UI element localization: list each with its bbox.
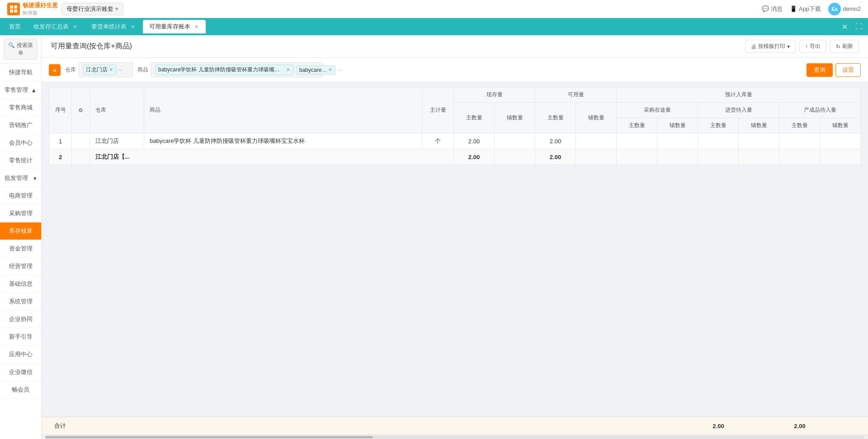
product-tag: babycare学饮杯 儿童防摔防撞吸管杯重力球吸嘴杯宝宝水杯 ✕ <box>155 65 293 75</box>
export-button[interactable]: ↑ 导出 <box>799 40 826 53</box>
subtotal-row: 2 江北门店【... 2.00 2.00 <box>49 149 861 165</box>
sidebar-item-retail-stats[interactable]: 零售统计 <box>0 152 41 170</box>
cell-product-1: babycare学饮杯 儿童防摔防撞吸管杯重力球吸嘴杯宝宝水杯 <box>144 133 422 149</box>
sidebar-item-quick-nav[interactable]: 快捷导航 <box>0 64 41 81</box>
sidebar-item-enterprise-wechat[interactable]: 企业微信 <box>0 363 41 381</box>
user-area[interactable]: Ea demo2 <box>828 3 861 15</box>
logo-area: 畅捷通好生意 标准版 <box>7 1 58 16</box>
warehouse-value-box[interactable]: 江北门店 ✕ ··· <box>79 62 133 77</box>
sidebar-item-retail-mgmt[interactable]: 零售管理 ▲ <box>0 81 41 99</box>
sidebar-item-vip-member[interactable]: 畅会员 <box>0 381 41 399</box>
cell-goods-waiting-main-1 <box>698 133 739 149</box>
cell-available-main-1: 2.00 <box>535 133 576 149</box>
gear-icon[interactable]: ⚙ <box>78 107 83 113</box>
app-download-action[interactable]: 📱 App下载 <box>790 5 821 13</box>
th-expected-in: 预计入库量 <box>617 87 861 103</box>
product-tag-2-remove[interactable]: ✕ <box>328 67 332 73</box>
svg-rect-2 <box>10 9 13 13</box>
product-label: 商品 <box>137 66 148 74</box>
cell-product-waiting-main-1 <box>779 133 820 149</box>
tab-close-receive-send[interactable]: ✕ <box>71 24 78 30</box>
settings-button[interactable]: 设置 <box>835 63 861 77</box>
subtotal-pt-aux <box>657 149 698 165</box>
th-warehouse: 仓库 <box>90 87 144 133</box>
main-layout: 🔍 搜索菜单 快捷导航 零售管理 ▲ 零售商城 营销推广 会员中心 零售统计 批… <box>0 35 868 439</box>
print-icon: 🖨 <box>751 43 756 50</box>
more-icon[interactable]: ··· <box>118 67 123 73</box>
top-bar-right: 💬 消息 📱 App下载 Ea demo2 <box>762 3 861 15</box>
table-container[interactable]: 序号 ⚙ 仓库 商品 主计量 现存量 可用量 预计入库量 主数量 辅数量 <box>42 82 868 416</box>
more-icon-2[interactable]: ··· <box>337 67 342 73</box>
sidebar-item-finance[interactable]: 资金管理 <box>0 240 41 258</box>
top-bar: 畅捷通好生意 标准版 母婴行业演示账套 ▾ 💬 消息 📱 App下载 Ea de… <box>0 0 868 18</box>
double-arrow-icon: » <box>53 66 57 74</box>
tab-close-all-icon[interactable]: ✕ <box>839 21 850 32</box>
footer-total-label: 合计 <box>49 422 71 430</box>
tab-close-order-stats[interactable]: ✕ <box>129 24 136 30</box>
th-goods-waiting: 进货待入量 <box>698 103 779 118</box>
sidebar-item-sys-mgmt[interactable]: 系统管理 <box>0 293 41 311</box>
sidebar-item-base-info[interactable]: 基础信息 <box>0 275 41 293</box>
sidebar-item-wholesale-mgmt[interactable]: 批发管理 ▾ <box>0 170 41 187</box>
bottom-scrollbar[interactable] <box>42 434 868 439</box>
subtotal-stock-main: 2.00 <box>454 149 495 165</box>
cell-warehouse-1: 江北门店 <box>90 133 144 149</box>
th-available: 可用量 <box>535 87 617 103</box>
sidebar-item-purchase[interactable]: 采购管理 <box>0 205 41 222</box>
print-button[interactable]: 🖨 按模板打印 ▾ <box>745 40 796 53</box>
subtotal-gear <box>72 149 90 165</box>
sidebar-item-member-center[interactable]: 会员中心 <box>0 134 41 152</box>
th-available-aux: 辅数量 <box>576 103 617 133</box>
cell-goods-waiting-aux-1 <box>739 133 779 149</box>
footer-stock-main: 2.00 <box>698 423 739 430</box>
avatar: Ea <box>828 3 841 15</box>
table-row: 1 江北门店 babycare学饮杯 儿童防摔防撞吸管杯重力球吸嘴杯宝宝水杯 个… <box>49 133 861 149</box>
subtotal-pt-main <box>617 149 657 165</box>
svg-rect-1 <box>14 5 17 9</box>
sidebar-item-operations[interactable]: 经营管理 <box>0 258 41 275</box>
query-button[interactable]: 查询 <box>807 63 833 77</box>
subtotal-gw-main <box>698 149 739 165</box>
tab-home[interactable]: 首页 <box>4 20 26 33</box>
th-product-waiting: 产成品待入量 <box>779 103 861 118</box>
tab-available-inventory[interactable]: 可用量库存账本 ✕ <box>143 20 206 33</box>
subtotal-gw-aux <box>739 149 779 165</box>
app-name: 畅捷通好生意 标准版 <box>23 1 58 16</box>
th-purchase-transit-aux: 辅数量 <box>657 118 698 133</box>
warehouse-label: 仓库 <box>65 66 76 74</box>
search-menu-btn[interactable]: 🔍 搜索菜单 <box>4 39 38 60</box>
cell-available-aux-1 <box>576 133 617 149</box>
sidebar-item-marketing[interactable]: 营销推广 <box>0 117 41 134</box>
sidebar-item-ecommerce[interactable]: 电商管理 <box>0 187 41 205</box>
cell-unit-1: 个 <box>422 133 454 149</box>
cell-gear-1[interactable] <box>72 133 90 149</box>
cell-no-1: 1 <box>49 133 72 149</box>
sidebar-item-inventory[interactable]: 库存核算 <box>0 222 41 240</box>
company-selector[interactable]: 母婴行业演示账套 ▾ <box>61 3 123 15</box>
product-value-box[interactable]: babycare学饮杯 儿童防摔防撞吸管杯重力球吸嘴杯宝宝水杯 ✕ babyca… <box>151 62 323 77</box>
tab-expand-icon[interactable]: ⛶ <box>854 21 864 32</box>
sidebar-item-app-center[interactable]: 应用中心 <box>0 346 41 363</box>
page-header: 可用量查询(按仓库+商品) 🖨 按模板打印 ▾ ↑ 导出 ↻ 刷新 <box>42 35 868 58</box>
refresh-button[interactable]: ↻ 刷新 <box>830 40 859 53</box>
th-goods-waiting-aux: 辅数量 <box>739 118 779 133</box>
message-action[interactable]: 💬 消息 <box>762 5 783 13</box>
tab-bar: 首页 收发存汇总表 ✕ 要货单统计表 ✕ 可用量库存账本 ✕ ✕ ⛶ <box>0 18 868 35</box>
sidebar-item-new-guide[interactable]: 新手引导 <box>0 328 41 346</box>
warehouse-filter-field: 仓库 江北门店 ✕ ··· <box>65 62 133 77</box>
tab-receive-send[interactable]: 收发存汇总表 ✕ <box>27 20 84 33</box>
tab-order-stats[interactable]: 要货单统计表 ✕ <box>85 20 142 33</box>
th-gear: ⚙ <box>72 87 90 133</box>
warehouse-tag: 江北门店 ✕ <box>83 65 116 75</box>
sidebar-item-enterprise[interactable]: 企业协同 <box>0 311 41 328</box>
th-available-main: 主数量 <box>535 103 576 133</box>
cell-stock-aux-1 <box>495 133 535 149</box>
filter-toggle-btn[interactable]: » <box>49 64 61 76</box>
warehouse-tag-remove[interactable]: ✕ <box>109 67 113 73</box>
subtotal-no: 2 <box>49 149 72 165</box>
cell-product-waiting-aux-1 <box>820 133 861 149</box>
cell-stock-main-1: 2.00 <box>454 133 495 149</box>
tab-close-available-inventory[interactable]: ✕ <box>193 24 199 30</box>
product-tag-remove[interactable]: ✕ <box>286 67 290 73</box>
sidebar-item-retail-mall[interactable]: 零售商城 <box>0 99 41 117</box>
